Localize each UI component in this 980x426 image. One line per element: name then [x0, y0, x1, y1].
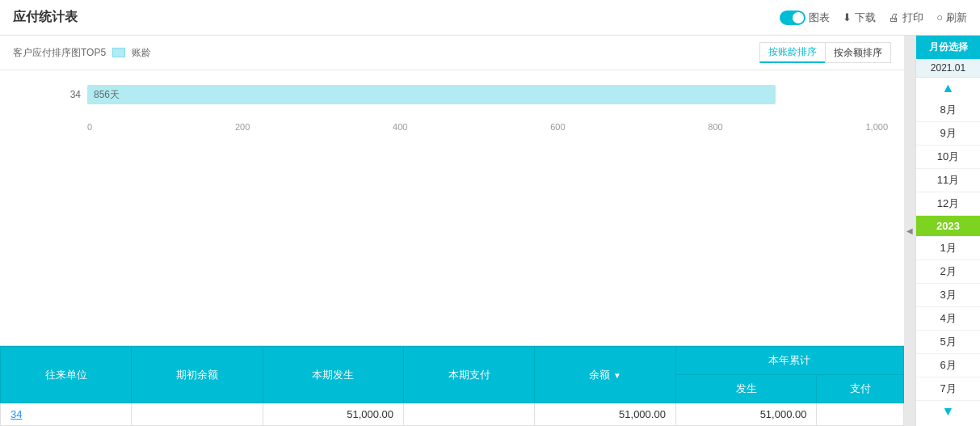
- bar-container: 856天: [87, 85, 888, 104]
- refresh-icon: ○: [936, 11, 943, 23]
- sidebar-month[interactable]: 2023: [916, 216, 980, 237]
- sort-by-amount-button[interactable]: 按账龄排序: [759, 42, 825, 63]
- sidebar-month[interactable]: 11月: [916, 169, 980, 192]
- x-axis: 0 200 400 600 800 1,000: [48, 119, 888, 132]
- x-axis-label-0: 0: [87, 122, 92, 132]
- td-cell: [404, 403, 535, 426]
- sidebar-month[interactable]: 5月: [916, 331, 980, 354]
- refresh-label: 刷新: [946, 11, 967, 25]
- sidebar-header: 月份选择: [916, 36, 980, 59]
- td-vendor: 34: [1, 403, 132, 426]
- refresh-button[interactable]: ○ 刷新: [936, 11, 967, 25]
- legend-box: [112, 48, 125, 57]
- bar-chart: 34 856天 0 200 400 600 800: [48, 78, 888, 321]
- print-label: 打印: [902, 11, 923, 25]
- sidebar-up-button[interactable]: ▲: [916, 78, 980, 99]
- bar: 856天: [87, 85, 776, 104]
- print-icon: 🖨: [889, 11, 899, 23]
- x-axis-label-1000: 1,000: [865, 122, 888, 132]
- th-ytd-payment: 支付: [817, 375, 904, 403]
- chart-legend-box-label: 账龄: [132, 46, 151, 60]
- chart-controls: 客户应付排序图TOP5 账龄 按账龄排序 按余额排序: [0, 36, 904, 70]
- table-row: 3451,000.0051,000.0051,000.00: [1, 403, 904, 426]
- sort-buttons: 按账龄排序 按余额排序: [759, 42, 891, 63]
- sidebar-month[interactable]: 3月: [916, 284, 980, 307]
- download-button[interactable]: ⬇ 下载: [843, 11, 876, 25]
- chart-row: 34 856天: [48, 78, 888, 111]
- th-balance: 余额 ▼: [535, 347, 676, 403]
- sidebar-month[interactable]: 7月: [916, 377, 980, 401]
- chart-legend-label: 客户应付排序图TOP5: [13, 46, 106, 60]
- download-label: 下载: [855, 11, 876, 25]
- chart-toggle[interactable]: 图表: [780, 11, 830, 25]
- sidebar-month[interactable]: 9月: [916, 122, 980, 146]
- th-ytd-occurrence: 发生: [675, 375, 817, 403]
- sidebar-month[interactable]: 4月: [916, 307, 980, 331]
- header-actions: 图表 ⬇ 下载 🖨 打印 ○ 刷新: [780, 11, 967, 25]
- sidebar-month[interactable]: 1月: [916, 237, 980, 260]
- bar-value: 856天: [94, 88, 120, 102]
- collapse-handle[interactable]: ◀: [904, 36, 915, 426]
- chart-legend: 客户应付排序图TOP5 账龄: [13, 46, 151, 60]
- balance-filter-icon[interactable]: ▼: [613, 371, 621, 380]
- toggle-switch-icon[interactable]: [780, 11, 805, 25]
- x-axis-label-600: 600: [550, 122, 565, 132]
- td-cell: 51,000.00: [535, 403, 676, 426]
- sidebar-month[interactable]: 12月: [916, 192, 980, 216]
- sidebar-down-button[interactable]: ▼: [916, 401, 980, 422]
- x-axis-label-200: 200: [235, 122, 250, 132]
- data-table: 往来单位 期初余额 本期发生 本期支付 余额 ▼ 本年累计 发生: [0, 346, 904, 426]
- th-vendor: 往来单位: [1, 347, 132, 403]
- balance-label: 余额: [589, 369, 610, 381]
- sort-by-balance-button[interactable]: 按余额排序: [825, 42, 891, 63]
- main-content: 客户应付排序图TOP5 账龄 按账龄排序 按余额排序 34 856天: [0, 36, 980, 426]
- td-cell: 51,000.00: [675, 403, 817, 426]
- sidebar-month[interactable]: 2月: [916, 260, 980, 284]
- th-opening-balance: 期初余额: [132, 347, 263, 403]
- bar-label: 34: [48, 89, 81, 100]
- x-axis-label-400: 400: [393, 122, 407, 132]
- sidebar: 月份选择 2021.01 ▲ 8月9月10月11月12月20231月2月3月4月…: [915, 36, 980, 426]
- td-cell: [817, 403, 904, 426]
- sidebar-month[interactable]: 8月: [916, 99, 980, 122]
- table-section: 往来单位 期初余额 本期发生 本期支付 余额 ▼ 本年累计 发生: [0, 345, 904, 426]
- sidebar-year-label[interactable]: 2021.01: [916, 59, 980, 78]
- x-axis-label-800: 800: [708, 122, 722, 132]
- td-cell: 51,000.00: [263, 403, 404, 426]
- th-ytd-group: 本年累计: [675, 347, 903, 375]
- chart-section: 客户应付排序图TOP5 账龄 按账龄排序 按余额排序 34 856天: [0, 36, 904, 426]
- download-icon: ⬇: [843, 11, 852, 23]
- th-current-payment: 本期支付: [404, 347, 535, 403]
- page-title: 应付统计表: [13, 9, 78, 26]
- th-current-occurrence: 本期发生: [263, 347, 404, 403]
- sidebar-months: 8月9月10月11月12月20231月2月3月4月5月6月7月: [916, 99, 980, 401]
- chart-area: 34 856天 0 200 400 600 800: [0, 70, 904, 345]
- chart-toggle-label: 图表: [809, 11, 830, 25]
- vendor-link[interactable]: 34: [11, 408, 22, 420]
- header: 应付统计表 图表 ⬇ 下载 🖨 打印 ○ 刷新: [0, 0, 980, 36]
- sidebar-month[interactable]: 6月: [916, 354, 980, 377]
- td-cell: [132, 403, 263, 426]
- print-button[interactable]: 🖨 打印: [889, 11, 923, 25]
- sidebar-month[interactable]: 10月: [916, 146, 980, 169]
